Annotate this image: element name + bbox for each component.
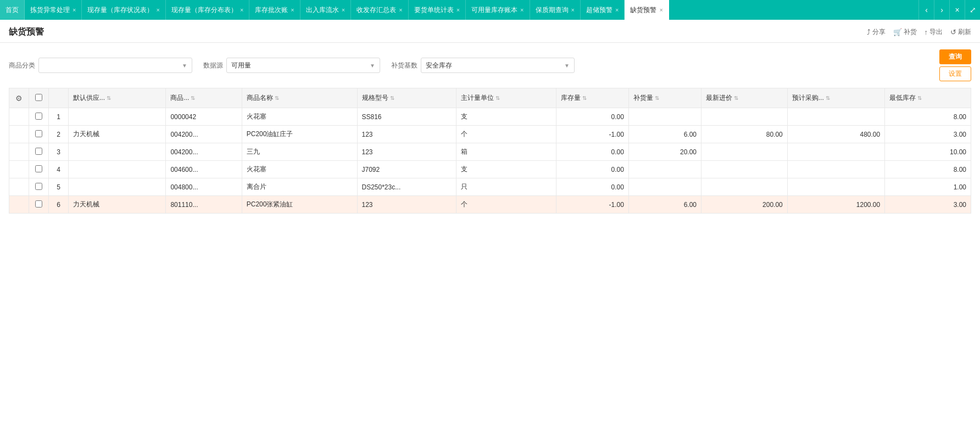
- col-header-latest-price: 最新进价 ⇅: [701, 88, 787, 108]
- row-name-0: 火花塞: [242, 108, 357, 126]
- row-num-2: 3: [49, 143, 69, 161]
- settings-button[interactable]: 设置: [939, 66, 971, 81]
- tab-prev-button[interactable]: ‹: [918, 0, 934, 20]
- replenish-action[interactable]: 🛒 补货: [893, 27, 917, 37]
- close-tab-inventory-status[interactable]: ×: [156, 7, 159, 13]
- close-tab-abnormal[interactable]: ×: [73, 7, 76, 13]
- row-check-0: [29, 108, 49, 126]
- col-min-stock-sort[interactable]: ⇅: [917, 95, 922, 101]
- datasource-select[interactable]: 可用量 ▼: [226, 58, 380, 73]
- col-header-stock: 库存量 ⇅: [556, 88, 628, 108]
- row-stock-1: -1.00: [556, 126, 628, 143]
- row-settings-1: [9, 126, 29, 143]
- table-body: 1 0000042 火花塞 SS816 支 0.00 8.00 2 力天机械 0…: [9, 108, 971, 214]
- tab-receipt-summary[interactable]: 收发存汇总表 ×: [351, 0, 408, 20]
- tab-home[interactable]: 首页: [0, 0, 25, 20]
- category-label: 商品分类: [9, 61, 35, 70]
- col-header-check: [29, 88, 49, 108]
- row-checkbox-4[interactable]: [35, 183, 42, 190]
- close-tab-order-stats[interactable]: ×: [456, 7, 460, 13]
- row-est-purchase-0: [787, 108, 884, 126]
- tab-shortage[interactable]: 缺货预警 ×: [625, 0, 669, 20]
- table-header-row: ⚙ 默认供应... ⇅ 商品...: [9, 88, 971, 108]
- page-header: 缺货预警 ⤴ 分享 🛒 补货 ↑ 导出 ↺ 刷新: [0, 20, 980, 43]
- col-spec-sort[interactable]: ⇅: [390, 95, 394, 101]
- query-button[interactable]: 查询: [939, 49, 971, 64]
- close-tab-inout-flow[interactable]: ×: [342, 7, 345, 13]
- row-check-2: [29, 143, 49, 161]
- table-row: 4 004600... 火花塞 J7092 支 0.00 8.00: [9, 161, 971, 178]
- tab-inventory-status[interactable]: 现存量（库存状况表） ×: [82, 0, 165, 20]
- row-checkbox-2[interactable]: [35, 148, 42, 155]
- row-latest-price-4: [701, 178, 787, 196]
- row-checkbox-1[interactable]: [35, 130, 42, 137]
- row-num-3: 4: [49, 161, 69, 178]
- col-supplier-label: 默认供应...: [73, 93, 105, 103]
- col-replenish-sort[interactable]: ⇅: [655, 95, 659, 101]
- header-actions: ⤴ 分享 🛒 补货 ↑ 导出 ↺ 刷新: [867, 27, 972, 37]
- tab-batch-account[interactable]: 库存批次账 ×: [249, 0, 300, 20]
- close-tab-overstock[interactable]: ×: [615, 7, 619, 13]
- close-tab-expiry-query[interactable]: ×: [571, 7, 575, 13]
- table-row: 2 力天机械 004200... PC200油缸庄子 123 个 -1.00 6…: [9, 126, 971, 143]
- share-action[interactable]: ⤴ 分享: [867, 27, 886, 37]
- col-header-supplier: 默认供应... ⇅: [69, 88, 166, 108]
- export-action[interactable]: ↑ 导出: [925, 27, 943, 37]
- row-supplier-0: [69, 108, 166, 126]
- row-spec-0: SS816: [357, 108, 456, 126]
- col-supplier-sort[interactable]: ⇅: [107, 95, 111, 101]
- row-est-purchase-5: 1200.00: [787, 196, 884, 214]
- row-checkbox-5[interactable]: [35, 200, 42, 208]
- replenish-base-select[interactable]: 安全库存 ▼: [421, 58, 575, 73]
- tab-close-all-button[interactable]: ×: [949, 0, 965, 20]
- col-min-stock-label: 最低库存: [889, 93, 916, 103]
- row-code-4: 004800...: [166, 178, 242, 196]
- row-replenish-2: 20.00: [628, 143, 701, 161]
- tab-available-ledger[interactable]: 可用量库存账本 ×: [466, 0, 530, 20]
- close-tab-inventory-dist[interactable]: ×: [240, 7, 243, 13]
- refresh-action[interactable]: ↺ 刷新: [950, 27, 971, 37]
- tab-abnormal[interactable]: 拣货异常处理 ×: [25, 0, 82, 20]
- gear-icon[interactable]: ⚙: [15, 94, 23, 103]
- row-min-stock-0: 8.00: [885, 108, 971, 126]
- tab-fullscreen-button[interactable]: ⤢: [965, 0, 980, 20]
- close-tab-available-ledger[interactable]: ×: [520, 7, 524, 13]
- tab-expiry-query[interactable]: 保质期查询 ×: [530, 0, 581, 20]
- tab-inventory-dist[interactable]: 现存量（库存分布表） ×: [166, 0, 249, 20]
- col-name-sort[interactable]: ⇅: [275, 95, 279, 101]
- row-settings-2: [9, 143, 29, 161]
- tab-overstock[interactable]: 超储预警 ×: [581, 0, 625, 20]
- category-arrow: ▼: [182, 63, 187, 69]
- category-select[interactable]: ▼: [38, 58, 192, 73]
- col-unit-sort[interactable]: ⇅: [495, 95, 500, 101]
- col-latest-price-sort[interactable]: ⇅: [734, 95, 738, 101]
- col-header-settings: ⚙: [9, 88, 29, 108]
- tab-order-stats[interactable]: 要货单统计表 ×: [409, 0, 466, 20]
- share-icon: ⤴: [867, 28, 871, 36]
- row-stock-4: 0.00: [556, 178, 628, 196]
- col-stock-sort[interactable]: ⇅: [582, 95, 587, 101]
- row-name-3: 火花塞: [242, 161, 357, 178]
- row-num-4: 5: [49, 178, 69, 196]
- select-all-checkbox[interactable]: [35, 94, 42, 101]
- close-tab-shortage[interactable]: ×: [659, 7, 662, 13]
- close-tab-receipt-summary[interactable]: ×: [399, 7, 402, 13]
- col-code-sort[interactable]: ⇅: [191, 95, 195, 101]
- data-table: ⚙ 默认供应... ⇅ 商品...: [9, 88, 971, 214]
- filter-bar: 商品分类 ▼ 数据源 可用量 ▼ 补货基数 安全库存 ▼ 查询 设置: [0, 43, 980, 88]
- row-unit-2: 箱: [456, 143, 556, 161]
- row-num-0: 1: [49, 108, 69, 126]
- col-est-purchase-sort[interactable]: ⇅: [826, 95, 830, 101]
- tab-next-button[interactable]: ›: [934, 0, 949, 20]
- row-checkbox-3[interactable]: [35, 165, 42, 172]
- row-checkbox-0[interactable]: [35, 113, 42, 120]
- row-supplier-5: 力天机械: [69, 196, 166, 214]
- row-name-1: PC200油缸庄子: [242, 126, 357, 143]
- row-code-5: 801110...: [166, 196, 242, 214]
- row-stock-5: -1.00: [556, 196, 628, 214]
- row-replenish-0: [628, 108, 701, 126]
- row-latest-price-3: [701, 161, 787, 178]
- tab-inout-flow[interactable]: 出入库流水 ×: [300, 0, 351, 20]
- close-tab-batch-account[interactable]: ×: [291, 7, 294, 13]
- col-header-est-purchase: 预计采购... ⇅: [787, 88, 884, 108]
